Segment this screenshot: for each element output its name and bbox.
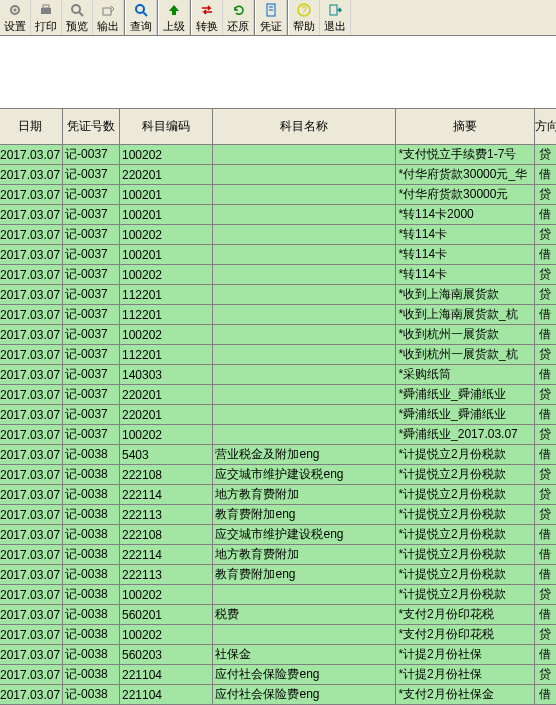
cell-name[interactable]: 应交城市维护建设税eng [213, 465, 396, 485]
cell-code[interactable]: 100202 [119, 625, 213, 645]
cell-vno[interactable]: 记-0037 [63, 325, 120, 345]
cell-code[interactable]: 100202 [119, 225, 213, 245]
cell-dir[interactable]: 贷 [534, 625, 556, 645]
cell-dir[interactable]: 借 [534, 445, 556, 465]
table-row[interactable]: 2017.03.07记-0037100202*支付悦立手续费1-7号贷 [0, 145, 556, 165]
cell-vno[interactable]: 记-0038 [63, 545, 120, 565]
cell-vno[interactable]: 记-0038 [63, 625, 120, 645]
cell-summary[interactable]: *计提悦立2月份税款 [396, 565, 534, 585]
cell-date[interactable]: 2017.03.07 [0, 425, 63, 445]
cell-name[interactable] [213, 585, 396, 605]
cell-date[interactable]: 2017.03.07 [0, 525, 63, 545]
cell-code[interactable]: 222113 [119, 505, 213, 525]
cell-dir[interactable]: 贷 [534, 225, 556, 245]
cell-vno[interactable]: 记-0037 [63, 265, 120, 285]
column-header-date[interactable]: 日期 [0, 109, 63, 145]
cell-date[interactable]: 2017.03.07 [0, 385, 63, 405]
cell-name[interactable] [213, 205, 396, 225]
table-row[interactable]: 2017.03.07记-0038100202*计提悦立2月份税款贷 [0, 585, 556, 605]
settings-button[interactable]: 设置 [0, 0, 31, 35]
cell-vno[interactable]: 记-0037 [63, 285, 120, 305]
cell-summary[interactable]: *收到杭州一展货款 [396, 325, 534, 345]
cell-code[interactable]: 560201 [119, 605, 213, 625]
cell-date[interactable]: 2017.03.07 [0, 585, 63, 605]
cell-dir[interactable]: 贷 [534, 385, 556, 405]
cell-name[interactable] [213, 145, 396, 165]
cell-date[interactable]: 2017.03.07 [0, 545, 63, 565]
cell-date[interactable]: 2017.03.07 [0, 265, 63, 285]
cell-summary[interactable]: *计提悦立2月份税款 [396, 585, 534, 605]
cell-vno[interactable]: 记-0037 [63, 405, 120, 425]
table-row[interactable]: 2017.03.07记-0037140303*采购纸筒借 [0, 365, 556, 385]
cell-code[interactable]: 222108 [119, 525, 213, 545]
preview-button[interactable]: 预览 [62, 0, 93, 35]
cell-dir[interactable]: 借 [534, 205, 556, 225]
export-button[interactable]: 输出 [93, 0, 124, 35]
table-row[interactable]: 2017.03.07记-0038100202*支付2月份印花税贷 [0, 625, 556, 645]
table-row[interactable]: 2017.03.07记-0037220201*付华府货款30000元_华借 [0, 165, 556, 185]
cell-code[interactable]: 100202 [119, 425, 213, 445]
cell-name[interactable] [213, 405, 396, 425]
restore-button[interactable]: 还原 [223, 0, 254, 35]
table-row[interactable]: 2017.03.07记-0037100201*转114卡2000借 [0, 205, 556, 225]
table-row[interactable]: 2017.03.07记-0038221104应付社会保险费eng*支付2月份社保… [0, 685, 556, 705]
table-row[interactable]: 2017.03.07记-00385403营业税金及附加eng*计提悦立2月份税款… [0, 445, 556, 465]
cell-vno[interactable]: 记-0038 [63, 645, 120, 665]
cell-date[interactable]: 2017.03.07 [0, 365, 63, 385]
cell-date[interactable]: 2017.03.07 [0, 405, 63, 425]
cell-date[interactable]: 2017.03.07 [0, 625, 63, 645]
cell-summary[interactable]: *转114卡 [396, 245, 534, 265]
cell-vno[interactable]: 记-0038 [63, 665, 120, 685]
cell-summary[interactable]: *计提悦立2月份税款 [396, 505, 534, 525]
cell-name[interactable] [213, 625, 396, 645]
cell-date[interactable]: 2017.03.07 [0, 305, 63, 325]
cell-summary[interactable]: *收到上海南展货款_杭 [396, 305, 534, 325]
cell-date[interactable]: 2017.03.07 [0, 165, 63, 185]
cell-summary[interactable]: *转114卡 [396, 225, 534, 245]
cell-code[interactable]: 560203 [119, 645, 213, 665]
table-row[interactable]: 2017.03.07记-0037100201*付华府货款30000元贷 [0, 185, 556, 205]
cell-date[interactable]: 2017.03.07 [0, 565, 63, 585]
cell-code[interactable]: 222108 [119, 465, 213, 485]
cell-dir[interactable]: 贷 [534, 265, 556, 285]
cell-summary[interactable]: *舜浦纸业_舜浦纸业 [396, 405, 534, 425]
cell-name[interactable]: 应付社会保险费eng [213, 685, 396, 705]
cell-vno[interactable]: 记-0037 [63, 305, 120, 325]
cell-vno[interactable]: 记-0037 [63, 365, 120, 385]
cell-dir[interactable]: 贷 [534, 345, 556, 365]
cell-vno[interactable]: 记-0038 [63, 565, 120, 585]
cell-code[interactable]: 112201 [119, 285, 213, 305]
cell-name[interactable]: 地方教育费附加 [213, 485, 396, 505]
cell-summary[interactable]: *计提悦立2月份税款 [396, 485, 534, 505]
cell-summary[interactable]: *舜浦纸业_2017.03.07 [396, 425, 534, 445]
cell-code[interactable]: 220201 [119, 165, 213, 185]
cell-date[interactable]: 2017.03.07 [0, 185, 63, 205]
cell-code[interactable]: 100202 [119, 325, 213, 345]
cell-code[interactable]: 5403 [119, 445, 213, 465]
cell-code[interactable]: 140303 [119, 365, 213, 385]
cell-dir[interactable]: 贷 [534, 505, 556, 525]
cell-name[interactable] [213, 385, 396, 405]
cell-date[interactable]: 2017.03.07 [0, 505, 63, 525]
cell-name[interactable]: 社保金 [213, 645, 396, 665]
table-row[interactable]: 2017.03.07记-0038222114地方教育费附加*计提悦立2月份税款借 [0, 545, 556, 565]
cell-summary[interactable]: *计提悦立2月份税款 [396, 465, 534, 485]
cell-summary[interactable]: *收到上海南展货款 [396, 285, 534, 305]
cell-date[interactable]: 2017.03.07 [0, 465, 63, 485]
cell-vno[interactable]: 记-0037 [63, 185, 120, 205]
table-row[interactable]: 2017.03.07记-0038222113教育费附加eng*计提悦立2月份税款… [0, 565, 556, 585]
cell-name[interactable] [213, 285, 396, 305]
cell-code[interactable]: 100202 [119, 145, 213, 165]
cell-vno[interactable]: 记-0037 [63, 145, 120, 165]
cell-code[interactable]: 222114 [119, 545, 213, 565]
cell-dir[interactable]: 贷 [534, 425, 556, 445]
cell-name[interactable] [213, 365, 396, 385]
cell-summary[interactable]: *舜浦纸业_舜浦纸业 [396, 385, 534, 405]
cell-code[interactable]: 100202 [119, 585, 213, 605]
query-button[interactable]: 查询 [126, 0, 157, 35]
cell-date[interactable]: 2017.03.07 [0, 605, 63, 625]
table-row[interactable]: 2017.03.07记-0037112201*收到上海南展货款贷 [0, 285, 556, 305]
table-row[interactable]: 2017.03.07记-0037100202*转114卡贷 [0, 225, 556, 245]
cell-dir[interactable]: 贷 [534, 665, 556, 685]
column-header-summary[interactable]: 摘要 [396, 109, 534, 145]
